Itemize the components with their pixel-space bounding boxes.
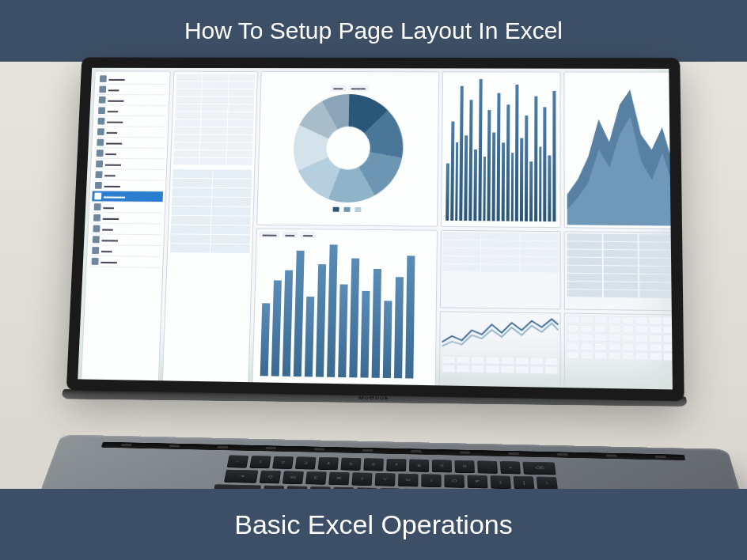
header-bar: How To Setup Page Layout In Excel — [0, 0, 747, 62]
laptop-screen-bezel: ▬▬▬ ▬▬ ▬▬▬ ▬▬ ▬▬▬ ▬▬ ▬▬▬ ▬▬ ▬▬▬ ▬▬ ▬▬▬ ▬… — [66, 57, 684, 401]
file-icon — [92, 247, 99, 254]
hero-stage: ▬▬▬ ▬▬ ▬▬▬ ▬▬ ▬▬▬ ▬▬ ▬▬▬ ▬▬ ▬▬▬ ▬▬ ▬▬▬ ▬… — [0, 62, 747, 489]
area-chart-panel — [563, 72, 672, 229]
file-icon — [92, 258, 99, 265]
file-icon — [97, 128, 104, 135]
file-icon — [97, 149, 104, 157]
file-icon — [97, 139, 104, 146]
footer-bar: Basic Excel Operations — [0, 489, 747, 560]
header-title: How To Setup Page Layout In Excel — [184, 17, 563, 44]
file-icon — [98, 107, 105, 114]
file-icon — [94, 203, 101, 210]
laptop-illustration: ▬▬▬ ▬▬ ▬▬▬ ▬▬ ▬▬▬ ▬▬ ▬▬▬ ▬▬ ▬▬▬ ▬▬ ▬▬▬ ▬… — [33, 54, 714, 560]
drop-icon — [94, 193, 101, 200]
file-icon — [93, 236, 100, 243]
file-icon — [95, 171, 102, 178]
mini-table-panel — [440, 230, 561, 310]
sidebar-panel: ▬▬▬ ▬▬ ▬▬▬ ▬▬ ▬▬▬ ▬▬ ▬▬▬ ▬▬ ▬▬▬ ▬▬ ▬▬▬ ▬… — [81, 71, 171, 386]
file-icon — [96, 161, 103, 168]
table-panel — [162, 71, 258, 388]
worksheet-cells-panel — [564, 313, 673, 390]
donut-chart-panel: ▬▬▬▬▬ — [256, 71, 439, 227]
donut-chart — [292, 93, 404, 202]
vertical-bars-panel — [441, 71, 561, 228]
file-icon — [93, 225, 100, 233]
file-icon — [99, 86, 106, 93]
spreadsheet-grid-panel — [564, 231, 673, 311]
excel-dashboard-screen: ▬▬▬ ▬▬ ▬▬▬ ▬▬ ▬▬▬ ▬▬ ▬▬▬ ▬▬ ▬▬▬ ▬▬ ▬▬▬ ▬… — [78, 68, 673, 390]
file-icon — [97, 118, 104, 125]
small-panels-group — [439, 230, 561, 390]
folder-icon — [100, 75, 107, 82]
touch-bar — [101, 442, 686, 460]
footer-title: Basic Excel Operations — [234, 509, 513, 540]
file-icon — [99, 96, 106, 104]
grid-columns-group — [564, 231, 673, 389]
line-chart-panel — [439, 311, 561, 389]
file-icon — [95, 182, 102, 189]
bar-chart-panel: ▬▬▬▬▬▬▬ — [252, 229, 438, 390]
file-icon — [93, 214, 100, 221]
